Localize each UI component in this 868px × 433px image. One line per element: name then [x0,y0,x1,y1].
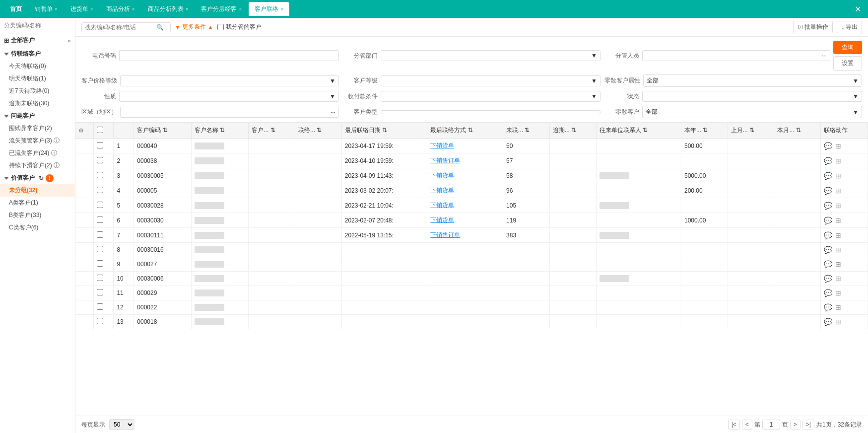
tab-purchase[interactable]: 进货单 × [65,2,99,16]
sidebar-group-pending[interactable]: 待联络客户 [0,48,75,60]
row-checkbox[interactable] [97,289,103,295]
chat-icon[interactable]: 💬 [824,202,832,210]
payment-select[interactable]: ▼ [381,91,601,102]
price-level-select[interactable]: ▼ [120,75,339,86]
contact-method-link[interactable]: 下销售订单 [430,157,460,164]
grid-action-icon[interactable]: ⊞ [835,275,841,283]
sidebar-all-customers[interactable]: ⊞ 全部客户 « [0,33,75,48]
query-button[interactable]: 查询 [833,41,862,54]
tab-home[interactable]: 首页 [4,2,28,16]
tab-customer-contact[interactable]: 客户联络 × [249,2,289,16]
my-customers-checkbox[interactable] [217,24,224,30]
last-page-button[interactable]: >| [802,420,814,430]
contact-method-link[interactable]: 下销货单 [430,202,454,209]
grid-action-icon[interactable]: ⊞ [835,318,841,326]
sidebar-item-overdue-pending[interactable]: 逾期未联络(30) [0,97,75,110]
tab-analysis-list-close[interactable]: × [186,6,189,12]
tab-customer-contact-close[interactable]: × [280,6,283,12]
tab-customer-segmentation[interactable]: 客户分层经客 × [195,2,248,16]
more-conditions-button[interactable]: ▼ 更多条件 ▲ [175,23,213,31]
grid-action-icon[interactable]: ⊞ [835,246,841,254]
chat-icon[interactable]: 💬 [824,172,832,180]
sidebar-item-class-b[interactable]: B类客户(33) [0,209,75,221]
chat-icon[interactable]: 💬 [824,216,832,224]
row-checkbox[interactable] [97,231,103,238]
sidebar-group-value[interactable]: 价值客户 ↻ ! [0,172,75,184]
col-name[interactable]: 客户名称 ⇅ [191,123,248,139]
prev-page-button[interactable]: < [742,420,752,430]
contact-method-link[interactable]: 下销货单 [430,172,454,179]
first-page-button[interactable]: |< [728,420,740,430]
row-checkbox[interactable] [97,172,103,178]
tab-sales-close[interactable]: × [55,6,58,12]
sidebar-item-today-pending[interactable]: 今天待联络(0) [0,60,75,72]
sidebar-search-input[interactable] [4,22,75,29]
per-page-select[interactable]: 50 100 [109,419,134,430]
page-number-input[interactable] [762,420,780,430]
chat-icon[interactable]: 💬 [824,289,832,297]
row-checkbox[interactable] [97,275,103,281]
grid-action-icon[interactable]: ⊞ [835,142,841,150]
chat-icon[interactable]: 💬 [824,187,832,195]
sidebar-item-tomorrow-pending[interactable]: 明天待联络(1) [0,72,75,85]
row-checkbox[interactable] [97,157,103,163]
chat-icon[interactable]: 💬 [824,303,832,311]
col-this-month[interactable]: 本月... ⇅ [774,123,821,139]
grid-action-icon[interactable]: ⊞ [835,202,841,210]
row-checkbox[interactable] [97,187,103,193]
grid-action-icon[interactable]: ⊞ [835,216,841,224]
grid-action-icon[interactable]: ⊞ [835,157,841,165]
search-icon[interactable]: 🔍 [156,24,164,31]
customer-level-select[interactable]: ▼ [381,75,601,86]
sidebar-group-problem[interactable]: 问题客户 [0,110,75,122]
grid-action-icon[interactable]: ⊞ [835,172,841,180]
dept-select[interactable]: ▼ [381,50,601,61]
person-select[interactable]: ··· [642,50,830,61]
row-checkbox[interactable] [97,260,103,267]
grid-action-icon[interactable]: ⊞ [835,187,841,195]
chat-icon[interactable]: 💬 [824,318,832,326]
tab-customer-seg-close[interactable]: × [239,6,242,12]
sidebar-item-7days-pending[interactable]: 近7天待联络(0) [0,85,75,97]
chat-icon[interactable]: 💬 [824,275,832,283]
col-last-date[interactable]: 最后联络日期 ⇅ [341,123,427,139]
status-select[interactable]: ▼ [642,91,862,102]
col-type[interactable]: 客户... ⇅ [249,123,295,139]
row-checkbox[interactable] [97,142,103,148]
sidebar-item-unclassified[interactable]: 未分组(32) [0,184,75,197]
tab-analysis-list[interactable]: 商品分析列表 × [142,2,195,16]
chat-icon[interactable]: 💬 [824,231,832,239]
chat-icon[interactable]: 💬 [824,157,832,165]
chat-icon[interactable]: 💬 [824,260,832,268]
phone-input[interactable] [119,50,339,61]
col-last-month[interactable]: 上月... ⇅ [728,123,774,139]
row-checkbox[interactable] [97,246,103,252]
grid-action-icon[interactable]: ⊞ [835,231,841,239]
col-code[interactable]: 客户编码 ⇅ [134,123,191,139]
chat-icon[interactable]: 💬 [824,246,832,254]
export-button[interactable]: ↓ 导出 [837,21,862,33]
row-checkbox[interactable] [97,202,103,208]
grid-action-icon[interactable]: ⊞ [835,303,841,311]
batch-ops-button[interactable]: ☑ 批量操作 [793,21,833,33]
tab-purchase-close[interactable]: × [90,6,93,12]
sidebar-item-abnormal[interactable]: 囤购异常客户(2) [0,122,75,135]
region-select[interactable]: ··· [120,107,339,118]
contact-method-link[interactable]: 下销货单 [430,187,454,194]
col-settings[interactable]: ⚙ [75,123,94,139]
window-close-button[interactable]: ✕ [852,4,864,14]
reset-button[interactable]: 设置 [833,56,862,71]
sidebar-item-class-a[interactable]: A类客户(1) [0,197,75,209]
sidebar-item-churned[interactable]: 已流失客户(24) ⓘ [0,147,75,159]
retail-customer-select[interactable]: 全部 ▼ [642,106,862,118]
tab-sales[interactable]: 销售单 × [29,2,64,16]
retail-attr-select[interactable]: 全部 ▼ [643,74,862,87]
contact-method-link[interactable]: 下销货单 [430,142,454,149]
col-last-method[interactable]: 最后联络方式 ⇅ [427,123,503,139]
chat-icon[interactable]: 💬 [824,142,832,150]
select-all-checkbox[interactable] [97,127,103,133]
next-page-button[interactable]: > [790,420,801,430]
tab-analysis-close[interactable]: × [132,6,135,12]
nature-select[interactable]: ▼ [119,91,339,102]
customer-type-select[interactable] [381,110,601,114]
